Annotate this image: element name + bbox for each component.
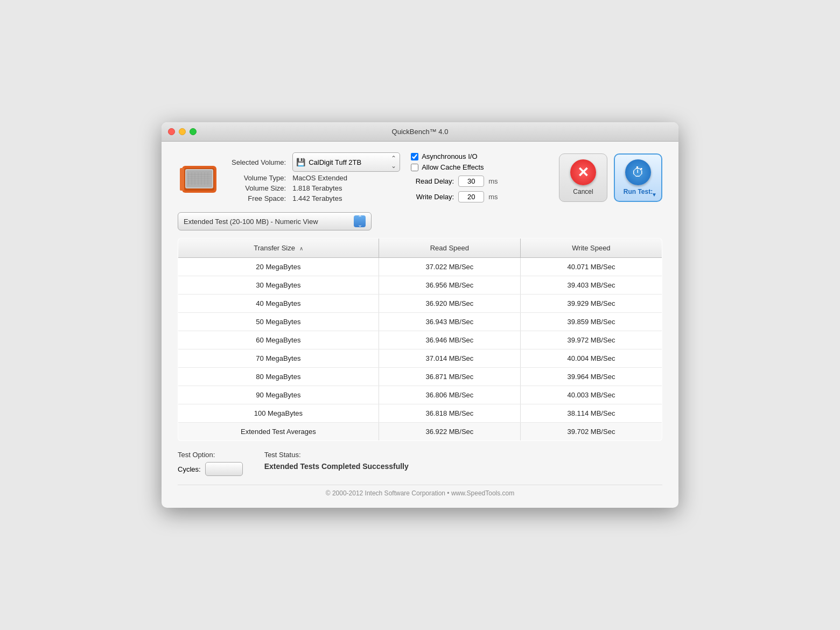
table-row: 70 MegaBytes37.014 MB/Sec40.004 MB/Sec <box>178 349 662 368</box>
write-delay-row: Write Delay: ms <box>411 191 548 202</box>
app-window: QuickBench™ 4.0 <box>162 122 678 508</box>
read-delay-row: Read Delay: ms <box>411 176 548 187</box>
col-write-speed[interactable]: Write Speed <box>520 239 662 258</box>
table-row: 50 MegaBytes36.943 MB/Sec39.859 MB/Sec <box>178 313 662 331</box>
async-io-checkbox-row[interactable]: Asynchronous I/O <box>411 152 548 160</box>
table-cell-write: 40.071 MB/Sec <box>520 258 662 276</box>
volume-name: CalDigit Tuff 2TB <box>309 158 388 166</box>
table-cell-size: 90 MegaBytes <box>178 386 379 404</box>
maximize-button[interactable] <box>190 128 197 135</box>
table-cell-write: 39.964 MB/Sec <box>520 368 662 386</box>
titlebar: QuickBench™ 4.0 <box>162 122 678 142</box>
table-row: 20 MegaBytes37.022 MB/Sec40.071 MB/Sec <box>178 258 662 276</box>
table-cell-size: 60 MegaBytes <box>178 331 379 349</box>
allow-cache-checkbox[interactable] <box>411 164 418 171</box>
stopwatch-icon: ⏱ <box>625 159 651 185</box>
volume-type-value: MacOS Extended <box>292 174 400 182</box>
table-row: Extended Test Averages36.922 MB/Sec39.70… <box>178 423 662 441</box>
bottom-section: Test Option: Cycles: ▲ ▼ Test Status: Ex… <box>178 451 662 476</box>
test-option-label: Test Option: <box>178 451 243 459</box>
window-title: QuickBench™ 4.0 <box>392 128 449 136</box>
footer-text: © 2000-2012 Intech Software Corporation … <box>326 489 515 497</box>
minimize-button[interactable] <box>179 128 186 135</box>
table-cell-write: 40.003 MB/Sec <box>520 386 662 404</box>
table-row: 80 MegaBytes36.871 MB/Sec39.964 MB/Sec <box>178 368 662 386</box>
read-delay-input[interactable] <box>458 176 484 187</box>
table-row: 60 MegaBytes36.946 MB/Sec39.972 MB/Sec <box>178 331 662 349</box>
run-test-label: Run Test: <box>624 188 653 195</box>
test-status-label: Test Status: <box>264 451 409 459</box>
selected-volume-label: Selected Volume: <box>232 158 286 166</box>
action-buttons: ✕ Cancel ⏱ Run Test: ▼ <box>559 153 662 202</box>
right-controls: Asynchronous I/O Allow Cache Effects Rea… <box>411 152 548 202</box>
table-cell-read: 37.014 MB/Sec <box>379 349 520 368</box>
table-cell-size: 30 MegaBytes <box>178 276 379 295</box>
cycles-label: Cycles: <box>178 465 201 473</box>
table-cell-write: 39.403 MB/Sec <box>520 276 662 295</box>
table-cell-write: 39.929 MB/Sec <box>520 295 662 313</box>
async-io-label: Asynchronous I/O <box>422 152 477 160</box>
table-row: 90 MegaBytes36.806 MB/Sec40.003 MB/Sec <box>178 386 662 404</box>
sort-arrow-icon: ∧ <box>299 246 303 251</box>
table-cell-read: 36.806 MB/Sec <box>379 386 520 404</box>
table-cell-read: 36.920 MB/Sec <box>379 295 520 313</box>
cancel-label: Cancel <box>573 188 593 195</box>
async-io-checkbox[interactable] <box>411 153 418 160</box>
volume-size-label: Volume Size: <box>232 184 286 192</box>
table-row: 30 MegaBytes36.956 MB/Sec39.403 MB/Sec <box>178 276 662 295</box>
cycles-input[interactable] <box>206 464 243 475</box>
table-cell-size: 20 MegaBytes <box>178 258 379 276</box>
table-cell-size: 50 MegaBytes <box>178 313 379 331</box>
cancel-button[interactable]: ✕ Cancel <box>559 153 607 202</box>
table-cell-write: 39.859 MB/Sec <box>520 313 662 331</box>
free-space-value: 1.442 Terabytes <box>292 194 400 202</box>
table-cell-read: 36.818 MB/Sec <box>379 404 520 423</box>
table-cell-write: 39.702 MB/Sec <box>520 423 662 441</box>
table-row: 100 MegaBytes36.818 MB/Sec38.114 MB/Sec <box>178 404 662 423</box>
volume-selector[interactable]: 💾 CalDigit Tuff 2TB ⌃⌄ <box>292 152 400 172</box>
cycles-input-wrap: ▲ ▼ <box>205 462 243 476</box>
drive-icon <box>178 156 221 199</box>
run-test-button[interactable]: ⏱ Run Test: ▼ <box>614 153 662 202</box>
table-cell-size: Extended Test Averages <box>178 423 379 441</box>
free-space-label: Free Space: <box>232 194 286 202</box>
test-option: Test Option: Cycles: ▲ ▼ <box>178 451 243 476</box>
col-transfer-size[interactable]: Transfer Size ∧ <box>178 239 379 258</box>
table-cell-read: 36.943 MB/Sec <box>379 313 520 331</box>
table-cell-size: 100 MegaBytes <box>178 404 379 423</box>
volume-size-value: 1.818 Terabytes <box>292 184 400 192</box>
read-ms-label: ms <box>488 177 498 185</box>
top-section: Selected Volume: 💾 CalDigit Tuff 2TB ⌃⌄ … <box>178 152 662 202</box>
table-cell-size: 40 MegaBytes <box>178 295 379 313</box>
cycles-row: Cycles: ▲ ▼ <box>178 462 243 476</box>
run-dropdown-arrow-icon: ▼ <box>652 192 657 198</box>
write-delay-input[interactable] <box>458 191 484 202</box>
volume-chevron-icon: ⌃⌄ <box>391 155 396 170</box>
allow-cache-label: Allow Cache Effects <box>422 163 484 171</box>
table-cell-size: 80 MegaBytes <box>178 368 379 386</box>
table-cell-read: 36.946 MB/Sec <box>379 331 520 349</box>
table-header-row: Transfer Size ∧ Read Speed Write Speed <box>178 239 662 258</box>
col-read-speed[interactable]: Read Speed <box>379 239 520 258</box>
table-cell-read: 36.956 MB/Sec <box>379 276 520 295</box>
allow-cache-checkbox-row[interactable]: Allow Cache Effects <box>411 163 548 171</box>
main-content: Selected Volume: 💾 CalDigit Tuff 2TB ⌃⌄ … <box>162 142 678 508</box>
table-cell-write: 40.004 MB/Sec <box>520 349 662 368</box>
write-delay-label: Write Delay: <box>411 193 454 201</box>
table-cell-read: 36.922 MB/Sec <box>379 423 520 441</box>
view-select-dropdown[interactable]: Extended Test (20-100 MB) - Numeric View… <box>178 212 372 230</box>
checkboxes: Asynchronous I/O Allow Cache Effects <box>411 152 548 171</box>
results-table: Transfer Size ∧ Read Speed Write Speed 2… <box>178 238 662 441</box>
volume-type-label: Volume Type: <box>232 174 286 182</box>
test-status-value: Extended Tests Completed Successfully <box>264 462 409 471</box>
view-select-text: Extended Test (20-100 MB) - Numeric View <box>184 218 349 226</box>
table-cell-write: 38.114 MB/Sec <box>520 404 662 423</box>
close-button[interactable] <box>168 128 175 135</box>
table-cell-size: 70 MegaBytes <box>178 349 379 368</box>
table-row: 40 MegaBytes36.920 MB/Sec39.929 MB/Sec <box>178 295 662 313</box>
read-delay-label: Read Delay: <box>411 177 454 185</box>
footer: © 2000-2012 Intech Software Corporation … <box>178 485 662 497</box>
volume-info: Selected Volume: 💾 CalDigit Tuff 2TB ⌃⌄ … <box>232 152 400 202</box>
view-selector: Extended Test (20-100 MB) - Numeric View… <box>178 212 662 230</box>
table-cell-write: 39.972 MB/Sec <box>520 331 662 349</box>
